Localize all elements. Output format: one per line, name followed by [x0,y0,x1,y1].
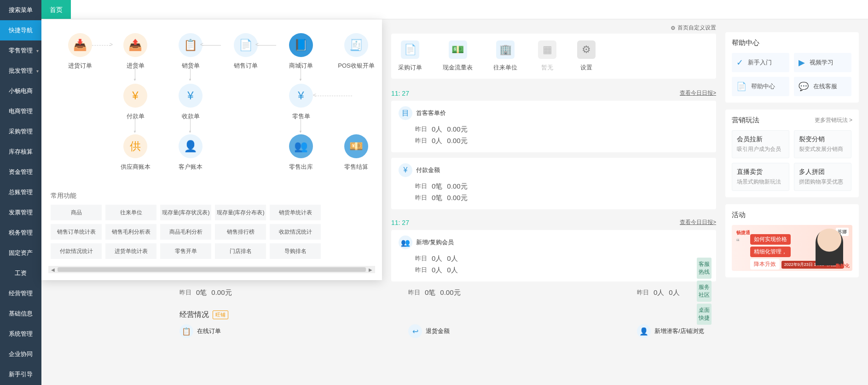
online-order-icon: 📋 [179,324,193,338]
sidebar-item-system[interactable]: 系统管理 [0,324,41,344]
common-btn[interactable]: 进货单统计表 [105,243,156,259]
section-title: 经营情况 [179,310,209,320]
sidebar-item-inventory[interactable]: 库存核算 [0,142,41,162]
flow-sales-slip[interactable]: 📋销货单 [163,33,218,70]
common-btn[interactable]: 销售排行榜 [215,224,266,240]
mkt-fission[interactable]: 裂变分销裂变式发展分销商 [794,130,851,158]
help-video[interactable]: ▶视频学习 [794,53,851,72]
common-btn[interactable]: 现存量(库存分布表) [215,205,266,220]
flow-customer-ledger[interactable]: 👤客户账本 [163,134,218,171]
side-tab-hotline[interactable]: 客服热线 [697,258,712,279]
section-badge: 旺铺 [213,310,228,319]
flow-purchase-order[interactable]: 📥进货订单 [53,33,107,70]
customize-homepage-link[interactable]: ⚙首页自定义设置 [671,24,716,32]
sidebar-item-ledger[interactable]: 总账管理 [0,182,41,202]
sidebar-item-operation[interactable]: 经营管理 [0,283,41,304]
sidebar-item-tax[interactable]: 税务管理 [0,223,41,243]
mkt-groupbuy[interactable]: 多人拼团拼团购物享受优惠 [794,163,851,191]
more-marketing-link[interactable]: 更多营销玩法 > [815,116,852,124]
customer-price-icon: 目 [399,106,412,120]
flow-retail-out[interactable]: 👥零售出库 [274,134,328,171]
settle-icon: 💴 [344,134,368,158]
common-btn[interactable]: 商品毛利分析 [160,224,211,240]
daily-report-link[interactable]: 查看今日日报> [680,89,716,97]
side-tab-desktop[interactable]: 桌面快捷 [697,304,712,325]
payment-icon: ¥ [399,163,412,177]
flow-vendor-ledger[interactable]: 供供应商账本 [108,134,162,171]
members-icon: 👥 [399,236,412,249]
flow-payment[interactable]: ¥付款单 [108,84,162,121]
help-newbie[interactable]: ✓新手入门 [732,53,789,72]
sidebar-item-wholesale[interactable]: 批发管理▾ [0,61,41,81]
customer-icon: 👤 [179,134,203,158]
sidebar-item-funds[interactable]: 资金管理 [0,162,41,182]
common-btn[interactable]: 现存量(库存状况表) [160,205,211,220]
play-icon: ▶ [799,57,805,68]
common-btn[interactable]: 商品 [51,205,102,220]
side-tab-community[interactable]: 服务社区 [697,281,712,302]
sidebar: 搜索菜单 快捷导航 零售管理▾ 批发管理▾ 小畅电商 电商管理 采购管理 库存核… [0,0,41,385]
arrow-left-icon [203,45,221,46]
sidebar-item-ecommerce[interactable]: 电商管理 [0,101,41,121]
mkt-livestream[interactable]: 直播卖货场景式购物新玩法 [732,163,789,191]
marketing-panel: 营销玩法 更多营销玩法 > 会员拉新吸引用户成为会员 裂变分销裂变式发展分销商 … [725,109,859,197]
flow-retail-settle[interactable]: 💴零售结算 [329,134,383,171]
common-btn[interactable]: 零售开单 [160,243,211,259]
flow-receipt[interactable]: ¥收款单 [163,84,218,121]
common-btn[interactable]: 导购排名 [270,243,321,259]
help-chat[interactable]: 💬在线客服 [794,77,851,96]
sidebar-item-guide[interactable]: 新手引导 [0,364,41,385]
panel-title: 帮助中心 [732,39,852,47]
tab-home[interactable]: 首页 [41,0,71,19]
scroll-left-icon[interactable]: ◀ [50,267,56,272]
common-btn[interactable]: 收款情况统计 [270,224,321,240]
sidebar-item-basic[interactable]: 基础信息 [0,304,41,324]
common-btn[interactable]: 销售毛利分析表 [105,224,156,240]
common-btn[interactable]: 门店排名 [215,243,266,259]
daily-report-link[interactable]: 查看今日日报> [680,218,716,226]
sidebar-item-xiaochang[interactable]: 小畅电商 [0,81,41,101]
time-label: 11: 27 [391,219,409,226]
scroll-right-icon[interactable]: ▶ [368,267,373,272]
money-icon: 💵 [449,40,467,59]
activity-panel: 活动 畅捷通 “ 如何实现价格 精细化管理， 降本升效 2022年9月23日 1… [725,204,859,277]
arrow-down-icon [301,62,301,80]
flow-retail-slip[interactable]: ¥零售单 [274,84,328,121]
horizontal-scrollbar[interactable]: ◀ ▶ [48,266,375,273]
flow-mall-order[interactable]: 📘商城订单 [274,33,328,70]
quick-empty[interactable]: ▦暂无 [538,40,556,72]
activity-banner[interactable]: 畅捷通 “ 如何实现价格 精细化管理， 降本升效 2022年9月23日 14:0… [732,225,852,271]
quick-settings[interactable]: ⚙设置 [577,40,596,72]
sidebar-item-purchase[interactable]: 采购管理 [0,121,41,142]
common-btn[interactable]: 销售订单统计表 [51,224,102,240]
arrow-down-icon [135,62,135,80]
help-center[interactable]: 📄帮助中心 [732,77,789,96]
sidebar-item-assets[interactable]: 固定资产 [0,243,41,263]
caret-down-icon: ▾ [36,48,39,53]
flow-pos[interactable]: 🧾POS收银开单 [329,33,383,70]
flow-sales-order[interactable]: 📄销售订单 [219,33,273,70]
sidebar-item-quicknav[interactable]: 快捷导航 [0,20,41,40]
check-icon: ✓ [736,57,743,68]
scroll-thumb[interactable] [58,267,366,272]
visitor-icon: 👤 [637,324,651,338]
sidebar-item-search[interactable]: 搜索菜单 [0,0,41,20]
chat-icon: 💬 [799,81,809,92]
flow-goods-in[interactable]: 📤进货单 [108,33,162,70]
common-btn[interactable]: 付款情况统计 [51,243,102,259]
sidebar-item-invoice[interactable]: 发票管理 [0,202,41,223]
common-btn[interactable]: 往来单位 [105,205,156,220]
pos-icon: 🧾 [344,33,368,57]
refund-icon: ↩ [408,324,422,338]
common-btn[interactable]: 销货单统计表 [270,205,321,220]
sidebar-item-retail[interactable]: 零售管理▾ [0,40,41,61]
mkt-member-acquire[interactable]: 会员拉新吸引用户成为会员 [732,130,789,158]
quick-cashflow[interactable]: 💵现金流量表 [443,40,473,72]
quick-purchase-order[interactable]: 📄采购订单 [398,40,422,72]
card-title: 付款金额 [416,166,440,174]
common-functions-grid: 商品 往来单位 现存量(库存状况表) 现存量(库存分布表) 销货单统计表 销售订… [48,205,375,259]
doc-icon: 📄 [401,40,419,59]
sidebar-item-salary[interactable]: 工资 [0,263,41,283]
sidebar-item-collab[interactable]: 企业协同 [0,344,41,364]
quick-contacts[interactable]: 🏢往来单位 [493,40,517,72]
